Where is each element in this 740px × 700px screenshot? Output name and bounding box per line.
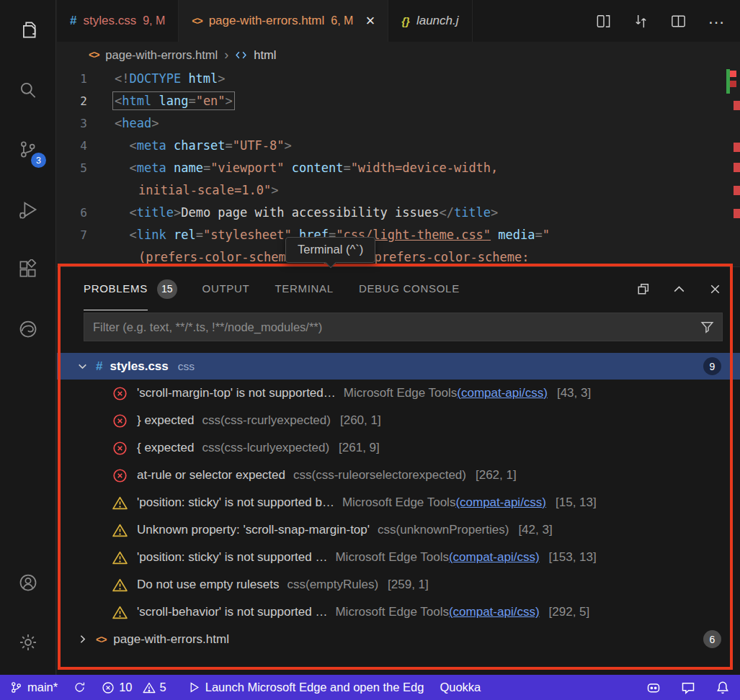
tooltip-text: Terminal (^`) <box>298 243 363 256</box>
problem-doc-link[interactable]: (compat-api/css) <box>449 550 540 565</box>
css-file-icon: # <box>70 14 76 28</box>
problem-row[interactable]: 'scroll-behavior' is not supported …Micr… <box>57 598 740 626</box>
tab-decoration: 9, M <box>143 14 165 27</box>
error-icon <box>102 681 115 694</box>
tab-debug-console[interactable]: DEBUG CONSOLE <box>359 267 460 310</box>
problem-source: css(css-lcurlyexpected) <box>202 441 329 455</box>
problem-source: css(unknownProperties) <box>378 523 509 537</box>
tab-problems[interactable]: PROBLEMS 15 <box>84 267 177 310</box>
problems-group-page-with-errors[interactable]: <> page-with-errors.html 6 <box>57 626 740 652</box>
problem-row[interactable]: 'scroll-margin-top' is not supported…Mic… <box>57 380 740 407</box>
problem-row[interactable]: Do not use empty rulesetscss(emptyRules)… <box>57 571 740 598</box>
code-line[interactable]: 2<html lang="en"> <box>57 90 740 112</box>
filter-funnel-icon[interactable] <box>700 319 715 334</box>
problem-source: css(css-rcurlyexpected) <box>202 413 331 428</box>
problem-row[interactable]: 'position: sticky' is not supported b…Mi… <box>57 489 740 516</box>
overview-ruler-error-mark <box>734 163 740 172</box>
extensions-icon[interactable] <box>0 239 55 299</box>
code-line[interactable]: 4 <meta charset="UTF-8"> <box>57 135 740 157</box>
line-number: 1 <box>57 68 107 90</box>
close-tab-icon[interactable]: × <box>365 13 375 29</box>
problem-position: [43, 3] <box>557 386 591 400</box>
search-icon[interactable] <box>0 60 55 120</box>
chevron-right-icon[interactable] <box>76 633 89 645</box>
overview-ruler-error-mark <box>734 101 740 110</box>
warning-icon <box>143 681 156 694</box>
tab-page-with-errors-html[interactable]: <> page-with-errors.html 6, M × <box>179 0 388 42</box>
restore-panel-icon[interactable] <box>636 282 651 297</box>
error-icon <box>112 413 128 428</box>
problem-source: Microsoft Edge Tools <box>342 495 455 510</box>
quokka-button[interactable]: Quokka <box>440 681 481 694</box>
compare-changes-icon[interactable] <box>633 13 649 30</box>
problems-filter-input[interactable] <box>84 313 723 341</box>
chevron-down-icon[interactable] <box>76 360 89 372</box>
more-actions-icon[interactable]: … <box>708 18 726 24</box>
problems-list: # styles.css css 9 'scroll-margin-top' i… <box>57 353 740 652</box>
tab-label: page-with-errors.html <box>209 14 325 28</box>
source-control-icon[interactable]: 3 <box>0 120 55 179</box>
problems-summary[interactable]: 10 5 <box>102 681 172 694</box>
code-line[interactable]: initial-scale=1.0"> <box>57 179 740 202</box>
problem-doc-link[interactable]: (compat-api/css) <box>449 605 540 619</box>
tab-launch-json[interactable]: {} launch.j <box>388 0 472 42</box>
problem-message: 'position: sticky' is not supported b… <box>137 495 334 510</box>
problem-row[interactable]: 'position: sticky' is not supported …Mic… <box>57 544 740 571</box>
breadcrumb-file[interactable]: page-with-errors.html <box>105 48 218 62</box>
line-number: 6 <box>57 202 107 224</box>
launch-edge-button[interactable]: Launch Microsoft Edge and open the Edg <box>188 681 424 694</box>
problem-row[interactable]: { expectedcss(css-lcurlyexpected)[261, 9… <box>57 434 740 462</box>
branch-indicator[interactable]: main* <box>10 681 58 694</box>
problem-position: [259, 1] <box>388 578 429 592</box>
accounts-icon[interactable] <box>0 552 55 612</box>
problem-row[interactable]: at-rule or selector expectedcss(css-rule… <box>57 462 740 489</box>
tab-styles-css[interactable]: # styles.css 9, M <box>57 0 179 42</box>
code-line[interactable]: 6 <title>Demo page with accessibility is… <box>57 202 740 224</box>
problem-position: [15, 13] <box>556 495 597 510</box>
sync-changes-button[interactable] <box>73 681 86 694</box>
code-text: <head> <box>107 112 159 135</box>
code-text: <html lang="en"> <box>107 90 233 112</box>
tab-output[interactable]: OUTPUT <box>202 267 250 310</box>
copilot-icon[interactable] <box>646 681 661 695</box>
code-editor[interactable]: 1<!DOCTYPE html>2<html lang="en">3<head>… <box>57 68 740 269</box>
close-panel-icon[interactable] <box>708 282 723 297</box>
panel-header: PROBLEMS 15 OUTPUT TERMINAL DEBUG CONSOL… <box>57 267 740 310</box>
problems-file-name: page-with-errors.html <box>113 632 229 647</box>
problem-source: Microsoft Edge Tools <box>335 550 448 565</box>
code-line[interactable]: (prefers-color-scheme: light), (prefers-… <box>57 246 740 269</box>
editor-region: # styles.css 9, M <> page-with-errors.ht… <box>57 0 740 269</box>
problem-message: Unknown property: 'scroll-snap-margin-to… <box>137 523 370 537</box>
run-debug-icon[interactable] <box>0 179 55 239</box>
tab-terminal[interactable]: TERMINAL <box>275 267 333 310</box>
problem-position: [260, 1] <box>340 413 381 428</box>
split-editor-icon[interactable] <box>670 13 687 30</box>
feedback-chat-icon[interactable] <box>681 681 695 695</box>
code-text: <!DOCTYPE html> <box>107 68 226 90</box>
notifications-bell-icon[interactable] <box>716 681 730 695</box>
code-line[interactable]: 7 <link rel="stylesheet" href="css/light… <box>57 224 740 246</box>
problems-group-styles-css[interactable]: # styles.css css 9 <box>57 353 740 380</box>
problem-doc-link[interactable]: (compat-api/css) <box>455 495 546 510</box>
output-tab-label: OUTPUT <box>202 267 250 310</box>
error-icon <box>112 468 128 483</box>
warning-icon <box>112 523 128 538</box>
open-changes-icon[interactable] <box>595 13 612 30</box>
code-line[interactable]: 1<!DOCTYPE html> <box>57 68 740 90</box>
code-line[interactable]: 5 <meta name="viewport" content="width=d… <box>57 157 740 179</box>
edge-tools-icon[interactable] <box>0 299 55 359</box>
code-text: <title>Demo page with accessibility issu… <box>107 202 498 224</box>
explorer-icon[interactable] <box>0 0 55 60</box>
maximize-panel-chevron-icon[interactable] <box>672 282 687 297</box>
problem-source: css(css-ruleorselectorexpected) <box>293 468 466 483</box>
code-line[interactable]: 3<head> <box>57 112 740 135</box>
line-number <box>57 179 107 202</box>
html-file-icon: <> <box>192 15 202 27</box>
problem-doc-link[interactable]: (compat-api/css) <box>457 386 548 400</box>
problem-row[interactable]: } expectedcss(css-rcurlyexpected)[260, 1… <box>57 407 740 434</box>
breadcrumb-symbol[interactable]: html <box>254 48 276 62</box>
problem-row[interactable]: Unknown property: 'scroll-snap-margin-to… <box>57 516 740 544</box>
settings-gear-icon[interactable] <box>0 612 55 672</box>
sync-icon <box>73 681 86 694</box>
breadcrumb[interactable]: <> page-with-errors.html › html <box>57 42 740 68</box>
